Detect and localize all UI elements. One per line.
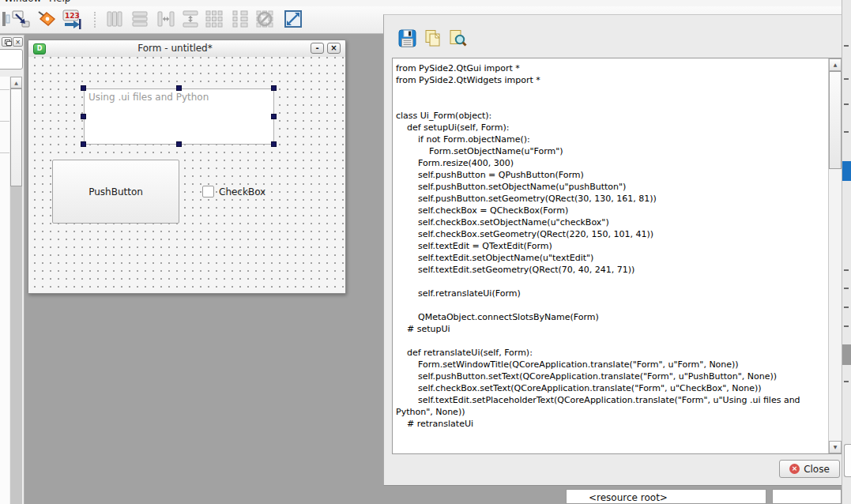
clipped-text-mark xyxy=(844,325,849,327)
clipped-selected-row xyxy=(842,161,851,181)
generated-code-text[interactable]: from PySide2.QtGui import * from PySide2… xyxy=(393,58,828,453)
layout-vertically-icon xyxy=(130,9,150,29)
close-icon: × xyxy=(15,39,21,46)
edit-signals-slots-icon[interactable] xyxy=(11,9,32,29)
form-close-button[interactable]: × xyxy=(327,43,341,54)
clipped-text-mark xyxy=(844,45,849,47)
selection-handle-top-right[interactable] xyxy=(271,85,277,91)
checkbox-indicator[interactable] xyxy=(202,186,214,197)
layout-grid-icon xyxy=(204,9,224,29)
list-separator xyxy=(0,121,9,122)
layout-horizontally-icon xyxy=(104,9,125,29)
code-scrollbar[interactable]: ▲ ▼ xyxy=(828,58,842,453)
form-canvas[interactable]: Using .ui files and Python PushButton Ch… xyxy=(28,57,345,293)
menu-window[interactable]: Window xyxy=(4,0,41,4)
dock-scrollbar[interactable]: ▲ xyxy=(10,77,22,504)
code-view[interactable]: from PySide2.QtGui import * from PySide2… xyxy=(392,58,842,454)
restore-icon-back xyxy=(6,41,12,46)
dock-scrollbar-thumb[interactable] xyxy=(10,88,22,186)
edit-widgets-icon[interactable] xyxy=(0,9,10,29)
clipped-text-mark xyxy=(844,381,849,382)
qt-designer-screen: Window Help 123 xyxy=(0,0,851,504)
copy-icon[interactable] xyxy=(424,29,442,48)
textedit-placeholder: Using .ui files and Python xyxy=(88,92,209,103)
selection-handle-bottom-right[interactable] xyxy=(271,141,277,147)
menu-help[interactable]: Help xyxy=(49,0,70,4)
scroll-up-icon[interactable]: ▲ xyxy=(829,58,842,71)
clipped-text-mark xyxy=(844,78,849,80)
resource-browser-side-pane[interactable] xyxy=(772,489,842,504)
resource-root-item[interactable]: <resource root> xyxy=(589,492,668,503)
code-preview-dialog: from PySide2.QtGui import * from PySide2… xyxy=(383,14,842,486)
toolbar-separator xyxy=(94,12,98,28)
clipped-text-mark xyxy=(844,103,849,105)
pushbutton-label: PushButton xyxy=(88,186,143,197)
designer-doc-icon: D xyxy=(33,43,46,55)
clipped-text-mark xyxy=(844,131,849,133)
menubar: Window Help xyxy=(0,0,851,6)
clipped-section-header xyxy=(842,344,851,365)
selection-handle-mid-right[interactable] xyxy=(271,114,277,119)
layout-horizontally-splitter-icon xyxy=(156,9,176,29)
selection-handle-top-center[interactable] xyxy=(176,85,182,91)
form-window-titlebar[interactable]: D Form - untitled* - × xyxy=(28,40,345,58)
scroll-down-icon[interactable]: ▼ xyxy=(829,441,842,453)
list-separator xyxy=(0,152,9,153)
save-icon[interactable] xyxy=(398,29,417,48)
pushbutton-widget[interactable]: PushButton xyxy=(52,160,179,224)
form-window-title: Form - untitled* xyxy=(52,43,298,54)
widget-filter-input[interactable] xyxy=(0,49,23,70)
edit-buddies-icon[interactable] xyxy=(36,9,57,29)
resource-browser[interactable]: <resource root> xyxy=(566,489,766,504)
scroll-up-icon[interactable]: ▲ xyxy=(10,77,22,88)
selection-handle-mid-left[interactable] xyxy=(81,114,86,119)
layout-form-icon xyxy=(230,9,250,29)
adjust-size-icon[interactable] xyxy=(283,9,303,29)
form-minimize-button[interactable]: - xyxy=(311,43,324,54)
widget-list[interactable] xyxy=(0,77,9,504)
clipped-text-mark xyxy=(844,288,849,289)
dock-float-button[interactable] xyxy=(2,37,12,47)
clipped-right-panel xyxy=(842,0,851,504)
close-button-label: Close xyxy=(804,464,830,475)
svg-text:123: 123 xyxy=(65,12,80,20)
clipped-text-mark xyxy=(844,269,849,271)
selection-handle-bottom-center[interactable] xyxy=(176,141,182,147)
code-scrollbar-thumb[interactable] xyxy=(829,71,842,169)
selection-handle-top-left[interactable] xyxy=(81,85,86,91)
close-button[interactable]: × Close xyxy=(779,460,840,478)
checkbox-label: CheckBox xyxy=(219,186,265,197)
close-circle-icon: × xyxy=(789,464,800,474)
layout-vertically-splitter-icon xyxy=(180,9,201,29)
dock-close-button[interactable]: × xyxy=(13,37,23,47)
textedit-widget[interactable]: Using .ui files and Python xyxy=(84,88,274,145)
designer-form-window[interactable]: D Form - untitled* - × Using .ui files a… xyxy=(28,39,346,294)
clipped-button xyxy=(844,444,851,477)
widget-box-dock: × ▲ xyxy=(0,35,24,504)
edit-tab-order-icon[interactable]: 123 xyxy=(62,9,82,29)
break-layout-icon xyxy=(254,9,275,29)
selection-handle-bottom-left[interactable] xyxy=(81,141,86,147)
list-separator xyxy=(0,89,9,90)
checkbox-widget[interactable]: CheckBox xyxy=(202,175,282,208)
clipped-text-mark xyxy=(844,307,849,308)
find-icon[interactable] xyxy=(449,29,468,48)
